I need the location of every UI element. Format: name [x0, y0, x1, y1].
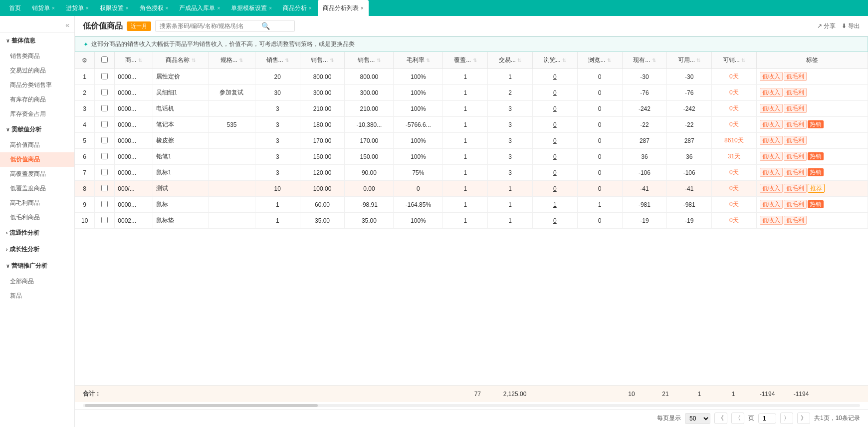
cell-tags: 低收入低毛利热销 — [756, 165, 868, 181]
sort-icon[interactable]: ⇅ — [517, 57, 521, 63]
nav-purchase-order[interactable]: 进货单 × — [61, 0, 94, 16]
select-all-checkbox[interactable] — [101, 56, 108, 63]
row-checkbox[interactable] — [101, 137, 108, 143]
cell-current: -106 — [622, 165, 667, 181]
close-icon[interactable]: × — [86, 5, 89, 11]
sort-icon[interactable]: ⇅ — [330, 57, 334, 63]
nav-product-inbound[interactable]: 产成品入库单 × — [174, 0, 225, 16]
sidebar-item-high-value[interactable]: 高价值商品 — [0, 138, 74, 152]
browse-link[interactable]: 0 — [553, 121, 557, 128]
cell-coverage: 1 — [443, 101, 488, 117]
sidebar-group-contribution[interactable]: ∨ 贡献值分析 — [0, 121, 74, 138]
share-button[interactable]: ↗ 分享 — [817, 22, 836, 30]
browse-link[interactable]: 0 — [553, 89, 557, 96]
close-icon[interactable]: × — [52, 5, 55, 11]
sidebar-group-circulation[interactable]: › 流通性分析 — [0, 225, 74, 241]
row-checkbox[interactable] — [101, 169, 108, 175]
sidebar-group-marketing[interactable]: ∨ 营销推广分析 — [0, 258, 74, 274]
first-page-button[interactable]: 《 — [714, 413, 727, 424]
time-tag-button[interactable]: 近一月 — [127, 21, 151, 31]
sidebar-item-high-margin[interactable]: 高毛利商品 — [0, 196, 74, 210]
sidebar-group-overall[interactable]: ∨ 整体信息 — [0, 32, 74, 49]
sidebar-item-new-goods[interactable]: 新品 — [0, 289, 74, 303]
next-page-button[interactable]: 〉 — [780, 413, 793, 424]
sort-icon[interactable]: ⇅ — [652, 57, 656, 63]
sidebar-item-high-coverage[interactable]: 高覆盖度商品 — [0, 167, 74, 181]
cell-sales-income: 300.00 — [300, 85, 345, 101]
close-icon[interactable]: × — [309, 5, 312, 11]
row-checkbox[interactable] — [101, 185, 108, 191]
row-checkbox[interactable] — [101, 201, 108, 207]
row-checkbox[interactable] — [101, 217, 108, 223]
browse-link[interactable]: 0 — [553, 137, 557, 144]
browse-link[interactable]: 0 — [553, 185, 557, 192]
nav-home[interactable]: 首页 — [4, 0, 26, 16]
nav-product-analysis[interactable]: 商品分析 × — [278, 0, 317, 16]
nav-role-auth[interactable]: 角色授权 × — [135, 0, 174, 16]
close-icon[interactable]: × — [126, 5, 129, 11]
sort-icon[interactable]: ⇅ — [741, 57, 745, 63]
sidebar-item-sales-goods[interactable]: 销售类商品 — [0, 49, 74, 63]
sort-icon[interactable]: ⇅ — [562, 57, 566, 63]
export-button[interactable]: ⬇ 导出 — [842, 22, 860, 30]
sidebar-item-low-coverage[interactable]: 低覆盖度商品 — [0, 181, 74, 196]
nav-product-analysis-list[interactable]: 商品分析列表 × — [318, 0, 369, 16]
cell-num: 8 — [75, 181, 95, 197]
browse-link[interactable]: 0 — [553, 73, 557, 80]
prev-page-button[interactable]: 〈 — [731, 413, 744, 424]
row-checkbox[interactable] — [101, 73, 108, 79]
page-header: 低价值商品 近一月 🔍 ↗ 分享 ⬇ 导出 — [75, 16, 868, 36]
row-checkbox[interactable] — [101, 121, 108, 127]
sidebar-item-all-goods[interactable]: 全部商品 — [0, 274, 74, 289]
cell-current: -19 — [622, 213, 667, 229]
footer-sales-qty: 77 — [391, 391, 491, 398]
sort-icon[interactable]: ⇅ — [607, 57, 611, 63]
sidebar-item-category-sales-rate[interactable]: 商品分类销售率 — [0, 78, 74, 92]
sort-icon[interactable]: ⇅ — [285, 57, 289, 63]
browse-link[interactable]: 0 — [553, 169, 557, 176]
browse-link[interactable]: 0 — [553, 217, 557, 224]
row-checkbox[interactable] — [101, 153, 108, 159]
cell-browse1: 0 — [533, 69, 578, 85]
table-row: 5 0000... 橡皮擦 3 170.00 170.00 100% 1 3 0… — [75, 133, 868, 149]
sort-icon[interactable]: ⇅ — [696, 57, 700, 63]
sort-icon[interactable]: ⇅ — [377, 57, 381, 63]
sidebar-item-inventory-capital[interactable]: 库存资金占用 — [0, 107, 74, 121]
cell-spec — [209, 133, 255, 149]
sort-icon[interactable]: ⇅ — [426, 57, 430, 63]
search-input[interactable] — [160, 22, 259, 29]
sidebar-item-low-value[interactable]: 低价值商品 — [0, 152, 74, 167]
cell-name: 鼠标垫 — [153, 213, 208, 229]
sidebar-group-growth[interactable]: › 成长性分析 — [0, 241, 74, 258]
browse-link[interactable]: 0 — [553, 105, 557, 112]
sort-icon[interactable]: ⇅ — [473, 57, 477, 63]
sort-icon[interactable]: ⇅ — [138, 57, 142, 63]
close-icon[interactable]: × — [166, 5, 169, 11]
row-checkbox[interactable] — [101, 105, 108, 111]
close-icon[interactable]: × — [361, 5, 364, 11]
page-number-input[interactable] — [758, 414, 776, 424]
cell-sales-qty: 20 — [255, 69, 300, 85]
browse-link[interactable]: 1 — [553, 201, 557, 208]
row-checkbox[interactable] — [101, 89, 108, 95]
sidebar-item-low-margin[interactable]: 低毛利商品 — [0, 210, 74, 225]
tag-low-margin: 低毛利 — [784, 216, 807, 225]
footer-available: -1194 — [786, 391, 816, 398]
nav-sales-order[interactable]: 销货单 × — [27, 0, 60, 16]
per-page-select[interactable]: 50 100 — [685, 413, 710, 424]
last-page-button[interactable]: 》 — [797, 413, 810, 424]
sidebar-item-traded-goods[interactable]: 交易过的商品 — [0, 63, 74, 78]
col-settings[interactable]: ⚙ — [75, 52, 95, 69]
horizontal-scrollbar[interactable] — [83, 404, 860, 407]
close-icon[interactable]: × — [269, 5, 272, 11]
browse-link[interactable]: 0 — [553, 153, 557, 160]
sort-icon[interactable]: ⇅ — [239, 57, 243, 63]
collapse-button[interactable]: « — [64, 20, 70, 30]
cell-current: 36 — [622, 149, 667, 165]
sidebar-item-stocked-goods[interactable]: 有库存的商品 — [0, 92, 74, 107]
nav-permission[interactable]: 权限设置 × — [95, 0, 134, 16]
sort-icon[interactable]: ⇅ — [192, 57, 196, 63]
close-icon[interactable]: × — [217, 5, 220, 11]
settings-icon[interactable]: ⚙ — [82, 57, 87, 64]
nav-template-settings[interactable]: 单据模板设置 × — [226, 0, 277, 16]
